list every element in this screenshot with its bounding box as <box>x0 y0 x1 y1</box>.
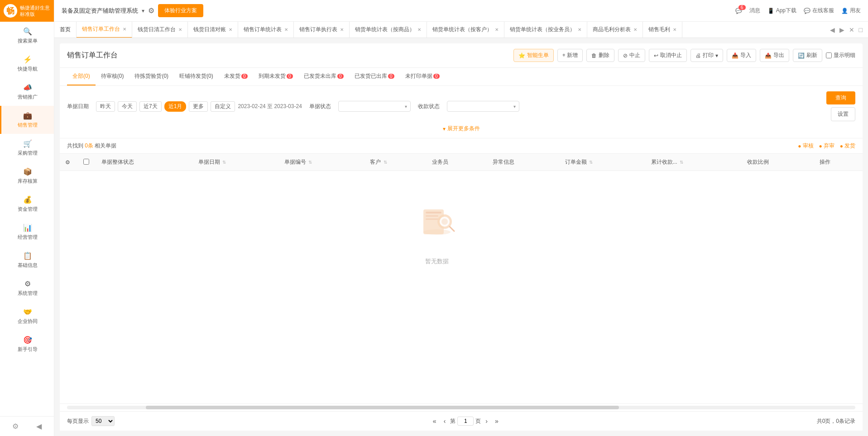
sidebar-item-marketing[interactable]: 📣 营销推广 <box>0 78 54 106</box>
sidebar-item-cooperation[interactable]: 🤝 企业协同 <box>0 302 54 330</box>
sub-tab-all[interactable]: 全部(0) <box>67 68 96 85</box>
smart-create-btn[interactable]: ⭐ 智能生单 <box>513 49 554 62</box>
stop-btn[interactable]: ⊘ 中止 <box>618 49 645 62</box>
tab-close-cash-daily[interactable]: ✕ <box>178 27 182 32</box>
header-settings-icon[interactable]: ⚙ <box>148 6 154 15</box>
show-detail-checkbox[interactable] <box>826 52 832 58</box>
date-custom-btn[interactable]: 自定义 <box>211 101 235 112</box>
tab-close-sales-exec[interactable]: ✕ <box>340 27 344 32</box>
message-btn[interactable]: 💬 6 <box>735 8 742 14</box>
prev-page-btn[interactable]: ‹ <box>441 417 449 426</box>
gear-icon[interactable]: ⚙ <box>65 159 70 166</box>
tab-cash-reconcile[interactable]: 钱货日清对账 ✕ <box>188 22 238 38</box>
sub-tab-overdue-not-shipped[interactable]: 到期未发货0 <box>253 68 298 85</box>
tab-close-sales-stat[interactable]: ✕ <box>284 27 288 32</box>
sidebar-item-sales[interactable]: 💼 销售管理 <box>0 106 54 134</box>
table-header-bar: 共找到 0条 相关单据 ● 审核 ● 弃审 <box>60 138 863 154</box>
expand-filter-btn[interactable]: ▾ 展开更多条件 <box>443 125 480 133</box>
sub-tab-not-printed[interactable]: 未打印单据0 <box>400 68 445 85</box>
tab-home[interactable]: 首页 <box>54 22 77 38</box>
sidebar-settings-btn[interactable]: ⚙ <box>10 420 20 432</box>
tab-maximize-btn[interactable]: □ <box>857 24 864 35</box>
sub-tab-pending-inspect[interactable]: 待拣货验货(0) <box>129 68 174 85</box>
payment-select[interactable] <box>447 101 519 112</box>
date-1month-btn[interactable]: 近1月 <box>164 101 187 112</box>
sub-tab-wangpu-pending[interactable]: 旺铺待发货(0) <box>174 68 219 85</box>
revoke-btn[interactable]: ● 弃审 <box>819 142 834 150</box>
app-download-btn[interactable]: 📱 App下载 <box>767 7 796 14</box>
add-btn[interactable]: + 新增 <box>557 49 583 62</box>
col-action: 操作 <box>814 154 863 171</box>
tab-close-sales-profit[interactable]: ✕ <box>673 27 676 32</box>
basic-info-icon: 📋 <box>23 251 32 260</box>
tab-product-margin[interactable]: 商品毛利分析表 ✕ <box>587 22 643 38</box>
approve-btn[interactable]: ● 审核 <box>798 142 813 150</box>
col-received[interactable]: 累计收款... ⇅ <box>646 154 742 171</box>
sidebar-item-purchase[interactable]: 🛒 采购管理 <box>0 134 54 162</box>
tab-close-all-btn[interactable]: ✕ <box>847 24 856 35</box>
ship-btn[interactable]: ● 发货 <box>840 142 855 150</box>
query-btn[interactable]: 查询 <box>826 91 855 104</box>
status-select[interactable] <box>338 101 411 112</box>
user-menu-btn[interactable]: 👤 用友 <box>841 7 861 14</box>
date-yesterday-btn[interactable]: 昨天 <box>96 101 115 112</box>
tab-sales-exec[interactable]: 销售订单执行表 ✕ <box>294 22 350 38</box>
col-customer[interactable]: 客户 ⇅ <box>364 154 427 171</box>
tab-close-sales-by-staff[interactable]: ✕ <box>578 27 581 32</box>
header-dropdown-btn[interactable]: ▾ <box>142 8 144 14</box>
show-detail-checkbox-label[interactable]: 显示明细 <box>826 52 855 59</box>
tab-close-product-margin[interactable]: ✕ <box>633 27 637 32</box>
scroll-bar-thumb[interactable] <box>146 406 619 409</box>
export-btn[interactable]: 📤 导出 <box>760 49 789 62</box>
sub-tab-pending-review[interactable]: 待审核(0) <box>96 68 129 85</box>
tab-close-sales-by-product[interactable]: ✕ <box>417 27 421 32</box>
tab-sales-stat[interactable]: 销售订单统计表 ✕ <box>238 22 294 38</box>
sub-tab-shipped-out[interactable]: 已发货已出库0 <box>349 68 400 85</box>
last-page-btn[interactable]: » <box>492 417 501 426</box>
cancel-stop-btn[interactable]: ↩ 取消中止 <box>649 49 687 62</box>
sidebar-item-quick-nav[interactable]: ⚡ 快捷导航 <box>0 50 54 78</box>
sub-tab-shipped-not-out[interactable]: 已发货未出库0 <box>298 68 349 85</box>
delete-btn[interactable]: 🗑 删除 <box>586 49 614 62</box>
sidebar-item-operations[interactable]: 📊 经营管理 <box>0 218 54 246</box>
tab-close-sales-by-customer[interactable]: ✕ <box>495 27 499 32</box>
select-all-checkbox[interactable] <box>83 159 89 165</box>
tab-sales-by-product[interactable]: 销货单统计表（按商品） ✕ <box>350 22 427 38</box>
sidebar-item-system[interactable]: ⚙ 系统管理 <box>0 274 54 302</box>
page-input[interactable] <box>457 417 474 426</box>
sidebar-item-finance[interactable]: 💰 资金管理 <box>0 190 54 218</box>
refresh-btn[interactable]: 🔄 刷新 <box>793 49 822 62</box>
tab-close-sales-workbench[interactable]: ✕ <box>123 27 126 32</box>
filter-settings-btn[interactable]: 设置 <box>831 107 855 121</box>
tab-close-cash-reconcile[interactable]: ✕ <box>229 27 232 32</box>
col-date[interactable]: 单据日期 ⇅ <box>193 154 279 171</box>
date-more-btn[interactable]: 更多 <box>189 101 208 112</box>
per-page-select[interactable]: 20 50 100 <box>91 416 115 426</box>
tab-sales-workbench[interactable]: 销售订单工作台 ✕ <box>77 22 132 38</box>
sidebar-item-basic-info[interactable]: 📋 基础信息 <box>0 246 54 274</box>
sidebar-item-search[interactable]: 🔍 搜索菜单 <box>0 22 54 50</box>
tab-cash-daily[interactable]: 钱货日清工作台 ✕ <box>132 22 188 38</box>
date-today-btn[interactable]: 今天 <box>118 101 137 112</box>
col-staff[interactable]: 业务员 <box>427 154 487 171</box>
col-amount[interactable]: 订单金额 ⇅ <box>560 154 646 171</box>
tab-sales-by-customer[interactable]: 销货单统计表（按客户） ✕ <box>427 22 504 38</box>
next-page-btn[interactable]: › <box>483 417 490 426</box>
tab-prev-btn[interactable]: ◀ <box>828 24 837 35</box>
scroll-bar-track[interactable] <box>67 406 855 409</box>
first-page-btn[interactable]: « <box>430 417 439 426</box>
sub-tab-not-shipped[interactable]: 未发货0 <box>219 68 253 85</box>
tab-sales-profit[interactable]: 销售毛利 ✕ <box>643 22 682 38</box>
sidebar-item-guide[interactable]: 🎯 新手引导 <box>0 330 54 358</box>
print-btn[interactable]: 🖨 打印 ▾ <box>691 49 723 62</box>
payment-select-wrapper <box>447 101 519 112</box>
online-service-btn[interactable]: 💬 在线客服 <box>804 7 834 14</box>
sidebar-collapse-btn[interactable]: ◀ <box>34 420 43 432</box>
import-btn[interactable]: 📥 导入 <box>727 49 756 62</box>
col-number[interactable]: 单据编号 ⇅ <box>279 154 365 171</box>
experience-btn[interactable]: 体验行业方案 <box>158 4 203 17</box>
date-7days-btn[interactable]: 近7天 <box>139 101 162 112</box>
tab-next-btn[interactable]: ▶ <box>838 24 846 35</box>
tab-sales-by-staff[interactable]: 销货单统计表（按业务员） ✕ <box>504 22 587 38</box>
sidebar-item-inventory[interactable]: 📦 库存核算 <box>0 162 54 190</box>
